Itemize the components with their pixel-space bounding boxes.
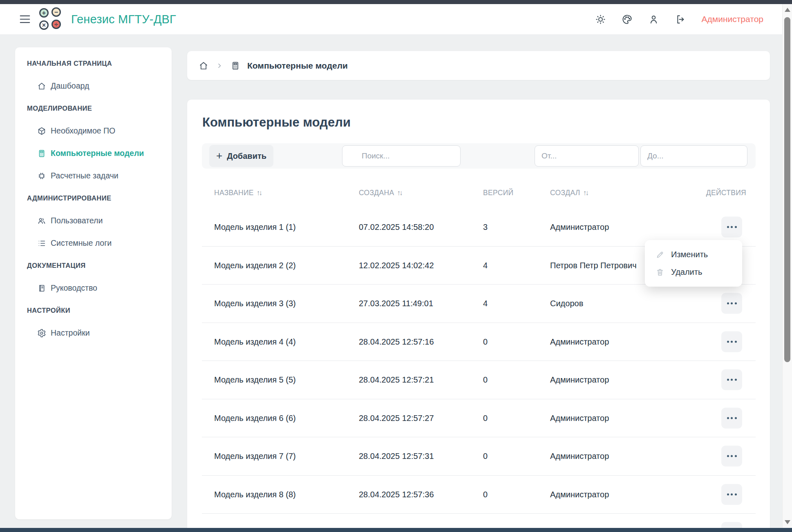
theme-toggle-icon[interactable] — [595, 14, 606, 25]
column-header-created[interactable]: СОЗДАНА↑↓ — [359, 189, 402, 197]
row-actions-ellipsis-button[interactable] — [721, 446, 742, 467]
table-row: Модель изделия 6 (6)28.04.2025 12:57:270… — [202, 399, 756, 437]
cell-versions: 4 — [483, 260, 488, 270]
date-to-input[interactable] — [640, 145, 747, 167]
sidebar-item-label: Необходимое ПО — [51, 126, 115, 136]
plus-icon: + — [216, 150, 222, 161]
context-menu-item[interactable]: Изменить — [645, 246, 742, 263]
sidebar-item[interactable]: Компьютерные модели — [15, 142, 172, 165]
ellipsis-dot — [735, 493, 737, 495]
logo-math-circle: − — [51, 7, 61, 17]
cell-created: 28.04.2025 12:57:16 — [359, 337, 434, 346]
sidebar-item-label: Руководство — [51, 283, 97, 293]
cell-name: Модель изделия 1 (1) — [214, 222, 296, 231]
sort-arrows-icon[interactable]: ↑↓ — [397, 189, 402, 197]
ellipsis-dot — [731, 379, 733, 381]
table-row: Модель изделия 3 (3)27.03.2025 11:49:014… — [202, 284, 756, 323]
sidebar-item[interactable]: Настройки — [15, 322, 172, 344]
sidebar-item[interactable]: Расчетные задачи — [15, 165, 172, 187]
column-header-label: СОЗДАЛ — [550, 189, 580, 197]
ellipsis-dot — [735, 417, 737, 419]
window-scrollbar[interactable] — [782, 4, 792, 528]
ellipsis-dot — [727, 455, 729, 457]
scrollbar-down-arrow[interactable] — [785, 520, 790, 524]
header-icon-group — [595, 14, 686, 25]
column-header-name[interactable]: НАЗВАНИЕ↑↓ — [214, 189, 261, 197]
cell-versions: 0 — [483, 337, 488, 346]
row-actions-ellipsis-button[interactable] — [721, 407, 742, 428]
sort-arrows-icon[interactable]: ↑↓ — [257, 189, 262, 197]
column-header-creator[interactable]: СОЗДАЛ↑↓ — [550, 189, 588, 197]
cell-versions: 3 — [483, 222, 488, 231]
sidebar: НАЧАЛЬНАЯ СТРАНИЦАДашбоардМОДЕЛИРОВАНИЕН… — [15, 47, 172, 519]
add-button[interactable]: + Добавить — [209, 145, 273, 167]
trash-icon — [656, 268, 664, 277]
breadcrumb-current: Компьютерные модели — [247, 61, 348, 71]
pencil-icon — [656, 250, 664, 259]
ellipsis-dot — [727, 493, 729, 495]
logo-math-circle: ÷ — [51, 20, 61, 29]
sidebar-item[interactable]: Системные логи — [15, 232, 172, 254]
menu-toggle-icon[interactable] — [19, 13, 31, 25]
ellipsis-dot — [735, 303, 737, 305]
cell-creator: Сидоров — [550, 299, 583, 308]
row-actions-ellipsis-button[interactable] — [721, 331, 742, 352]
palette-icon[interactable] — [622, 14, 633, 25]
app-logo: +−×÷ — [39, 7, 63, 31]
header-left: +−×÷ Генезис МГТУ-ДВГ — [19, 7, 176, 31]
context-menu-item-label: Изменить — [671, 250, 708, 259]
gear-icon — [37, 329, 47, 338]
date-from-input[interactable] — [535, 145, 639, 167]
sort-arrows-icon[interactable]: ↑↓ — [583, 189, 588, 197]
calculator-icon — [230, 61, 240, 71]
ellipsis-dot — [735, 455, 737, 457]
context-menu-item[interactable]: Удалить — [645, 263, 742, 281]
sidebar-item[interactable]: Дашбоард — [15, 75, 172, 97]
table-toolbar: + Добавить — [202, 143, 756, 169]
sidebar-item[interactable]: Необходимое ПО — [15, 120, 172, 142]
cell-created: 28.04.2025 12:57:21 — [359, 375, 434, 385]
home-icon[interactable] — [199, 61, 208, 71]
search-input[interactable] — [342, 145, 461, 167]
user-role-label[interactable]: Администратор — [701, 14, 763, 24]
row-actions-ellipsis-button[interactable] — [721, 370, 742, 390]
cell-name: Модель изделия 7 (7) — [214, 452, 296, 461]
sidebar-item[interactable]: Руководство — [15, 277, 172, 299]
cell-created: 07.02.2025 14:58:20 — [359, 222, 434, 231]
logs-icon — [37, 239, 47, 248]
cell-creator: Администратор — [550, 413, 609, 423]
table-row: Модель изделия 8 (8)28.04.2025 12:57:360… — [202, 475, 756, 514]
scrollbar-up-arrow[interactable] — [785, 8, 790, 12]
sidebar-item-label: Дашбоард — [51, 81, 89, 91]
logout-icon[interactable] — [675, 14, 686, 25]
cell-creator: Администратор — [550, 222, 609, 231]
cell-created: 27.03.2025 11:49:01 — [359, 299, 433, 308]
ellipsis-dot — [727, 226, 729, 228]
page-title: Компьютерные модели — [202, 115, 351, 130]
cube-icon — [37, 127, 47, 136]
cell-created: 12.02.2025 14:02:42 — [359, 260, 434, 270]
cell-name: Модель изделия 3 (3) — [214, 299, 296, 308]
sidebar-section-label: НАЧАЛЬНАЯ СТРАНИЦА — [15, 52, 172, 75]
cell-created: 28.04.2025 12:57:31 — [359, 452, 434, 461]
window-top-edge — [0, 0, 792, 4]
ellipsis-dot — [727, 341, 729, 343]
row-actions-ellipsis-button[interactable] — [721, 216, 742, 237]
row-actions-ellipsis-button[interactable] — [721, 293, 742, 314]
cell-versions: 0 — [483, 490, 488, 499]
sidebar-section-label: АДМИНИСТРИРОВАНИЕ — [15, 187, 172, 209]
cell-versions: 0 — [483, 375, 488, 385]
column-header-label: ВЕРСИЙ — [483, 189, 513, 197]
profile-icon[interactable] — [648, 14, 659, 25]
content-card: Компьютерные модели + Добавить НАЗВАНИЕ↑… — [187, 100, 770, 532]
cell-name: Модель изделия 4 (4) — [214, 337, 296, 346]
cpu-icon — [37, 171, 47, 180]
cell-created: 28.04.2025 12:57:36 — [359, 490, 434, 499]
context-menu-item-label: Удалить — [671, 267, 702, 277]
row-actions-ellipsis-button[interactable] — [721, 484, 742, 505]
scrollbar-thumb[interactable] — [784, 17, 790, 362]
ellipsis-dot — [735, 379, 737, 381]
sidebar-item[interactable]: Пользователи — [15, 209, 172, 232]
cell-creator: Администратор — [550, 452, 609, 461]
book-icon — [37, 284, 47, 293]
